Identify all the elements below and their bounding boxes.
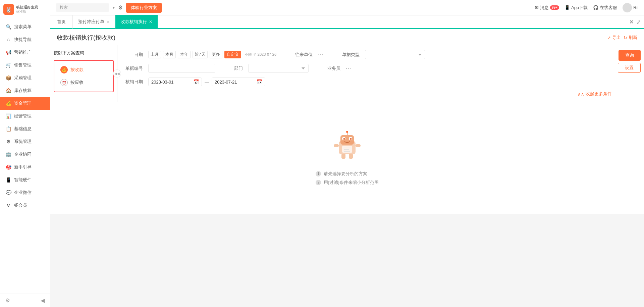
collapse-more-chevron-icon: ∧∧	[578, 92, 584, 97]
empty-hints: 1 请先选择要分析的方案 2 用[过滤]条件来缩小分析范围	[316, 169, 378, 187]
dept-label: 部门	[234, 65, 243, 71]
filter-option-receipt-label: 按收款	[70, 67, 84, 73]
settings-gear-icon[interactable]: ⚙	[5, 297, 10, 304]
sidebar-footer: ⚙ ◀	[0, 294, 50, 307]
svg-point-4	[343, 138, 345, 140]
topbar-chevron-icon[interactable]: ▾	[113, 5, 115, 10]
counterpart-ellipsis-icon[interactable]: ···	[318, 52, 323, 58]
sidebar-item-quick-nav[interactable]: ⌂ 快捷导航	[0, 33, 50, 46]
sidebar-label-sales: 销售管理	[14, 62, 32, 68]
dept-select[interactable]	[248, 64, 309, 73]
sidebar-label-smart-hw: 智能硬件	[14, 177, 32, 183]
refresh-icon: ↻	[624, 35, 627, 40]
basic-info-icon: 📋	[5, 126, 11, 132]
filter-row-docno: 单据编号 部门 业务员 ···	[123, 64, 612, 73]
sidebar-item-enterprise[interactable]: 🏢 企业协同	[0, 148, 50, 161]
date-btn-custom[interactable]: 自定义	[224, 51, 241, 58]
tab-home[interactable]: 首页	[50, 15, 73, 29]
collapse-sidebar-icon[interactable]: ◀	[41, 297, 45, 304]
sidebar-item-basic-info[interactable]: 📋 基础信息	[0, 122, 50, 135]
svg-point-7	[346, 131, 348, 133]
date-start-calendar-icon[interactable]: 📅	[193, 79, 199, 85]
svg-rect-8	[334, 144, 339, 147]
tab-prepay[interactable]: 预付冲应付单 ✕	[73, 15, 115, 29]
refresh-button[interactable]: ↻ 刷新	[624, 35, 637, 41]
newbie-icon: 🎯	[5, 164, 11, 170]
message-button[interactable]: ✉ 消息 99+	[535, 5, 559, 11]
topbar-gear-icon[interactable]: ⚙	[118, 4, 123, 11]
empty-hint-1: 1 请先选择要分析的方案	[316, 169, 378, 178]
hint-1-text: 请先选择要分析的方案	[324, 169, 367, 178]
writeoff-date-end-input[interactable]	[215, 80, 255, 85]
sidebar-item-sales[interactable]: 🛒 销售管理	[0, 59, 50, 71]
staff-label: 业务员	[327, 65, 340, 71]
search-menu-icon: 🔍	[5, 24, 11, 30]
tab-prepay-close-icon[interactable]: ✕	[106, 19, 110, 24]
svg-rect-9	[356, 144, 361, 147]
solution-button[interactable]: 体验行业方案	[126, 3, 162, 13]
topbar-search[interactable]: 搜索	[56, 3, 109, 12]
filter-option-by-receipt[interactable]: 💰 按收款	[57, 63, 110, 76]
user-area[interactable]: Rit	[623, 3, 639, 12]
logo-text-area: 畅捷通好生意 标准版	[16, 5, 38, 14]
sidebar-nav: 🔍 搜索菜单 ⌂ 快捷导航 📢 营销推广 🛒 销售管理 📦 采购管理 🏠 库存核…	[0, 19, 50, 294]
sidebar-item-search-menu[interactable]: 🔍 搜索菜单	[0, 20, 50, 33]
empty-state: 1 请先选择要分析的方案 2 用[过滤]条件来缩小分析范围	[50, 102, 644, 214]
date-btn-more[interactable]: 更多	[210, 51, 222, 58]
svg-rect-12	[342, 146, 352, 153]
filter-row-date: 日期 上月 本月 本年 近7天 更多 自定义 不限 至 2023-07-26 往…	[123, 50, 612, 59]
sidebar-label-enterprise: 企业协同	[14, 151, 32, 157]
hint-2-text: 用[过滤]条件来缩小分析范围	[324, 178, 378, 187]
sidebar-item-wechat[interactable]: 💬 企业微信	[0, 186, 50, 199]
sidebar-label-business: 经营管理	[14, 113, 32, 119]
setting-button[interactable]: 设置	[618, 63, 641, 73]
sidebar-item-member[interactable]: V 畅会员	[0, 199, 50, 212]
close-tab-button[interactable]: ✕	[629, 19, 634, 25]
query-button[interactable]: 查询	[619, 50, 641, 61]
app-download-label: App下载	[571, 5, 588, 11]
filter-option-by-receivable[interactable]: ⏰ 按应收	[57, 76, 110, 89]
date-label: 日期	[123, 52, 143, 58]
sidebar-item-marketing[interactable]: 📢 营销推广	[0, 46, 50, 59]
tab-writeoff-close-icon[interactable]: ✕	[149, 19, 152, 24]
filter-row-writeoff-date: 核销日期 📅 — 📅	[123, 78, 612, 86]
doc-no-input[interactable]	[148, 64, 215, 73]
date-end-calendar-icon[interactable]: 📅	[257, 79, 262, 85]
date-btn-this-year[interactable]: 本年	[178, 51, 191, 58]
message-label: 消息	[540, 5, 549, 11]
filter-options-box: 💰 按收款 ⏰ 按应收	[54, 60, 114, 92]
svg-rect-11	[349, 154, 353, 159]
app-download-button[interactable]: 📱 App下载	[565, 5, 588, 11]
business-icon: 📊	[5, 113, 11, 119]
collapse-filter-sidebar-icon[interactable]: ◀◀	[113, 69, 121, 78]
sidebar-item-purchase[interactable]: 📦 采购管理	[0, 71, 50, 84]
staff-ellipsis-icon[interactable]: ···	[346, 65, 351, 71]
date-btn-last-month[interactable]: 上月	[148, 51, 161, 58]
sidebar-item-finance[interactable]: 💰 资金管理	[0, 97, 50, 110]
online-service-button[interactable]: 🎧 在线客服	[593, 5, 617, 11]
sidebar-label-wechat: 企业微信	[14, 190, 32, 196]
export-button[interactable]: ↗ 导出	[607, 35, 621, 41]
sidebar-item-system[interactable]: ⚙ 系统管理	[0, 135, 50, 148]
service-icon: 🎧	[593, 5, 598, 10]
doc-type-select[interactable]	[365, 50, 425, 59]
filter-area: 按以下方案查询 💰 按收款 ⏰ 按应收 ◀◀ 日期	[50, 45, 644, 102]
writeoff-date-start-input[interactable]	[151, 80, 191, 85]
date-btn-this-month[interactable]: 本月	[163, 51, 176, 58]
writeoff-date-start-wrap: 📅	[148, 78, 202, 86]
tab-home-label: 首页	[57, 19, 66, 25]
topbar-right: ✉ 消息 99+ 📱 App下载 🎧 在线客服 Rit	[535, 3, 639, 12]
sidebar-label-system: 系统管理	[14, 139, 32, 145]
sidebar-item-smart-hw[interactable]: 📱 智能硬件	[0, 173, 50, 186]
date-btn-7days[interactable]: 近7天	[193, 51, 208, 58]
receivable-option-icon: ⏰	[60, 79, 68, 86]
topbar: 搜索 ▾ ⚙ 体验行业方案 ✉ 消息 99+ 📱 App下载 🎧 在线客服 Ri…	[50, 0, 644, 15]
expand-tab-button[interactable]: ⤢	[636, 19, 641, 25]
filter-actions: 查询 设置	[617, 45, 644, 102]
sidebar-item-newbie[interactable]: 🎯 新手引导	[0, 161, 50, 173]
message-icon: ✉	[535, 5, 539, 10]
sidebar-item-business[interactable]: 📊 经营管理	[0, 110, 50, 122]
tab-writeoff[interactable]: 收款核销执行 ✕	[115, 15, 158, 29]
sidebar-item-inventory[interactable]: 🏠 库存核算	[0, 84, 50, 97]
collapse-more-button[interactable]: ∧∧ 收起更多条件	[123, 91, 612, 97]
